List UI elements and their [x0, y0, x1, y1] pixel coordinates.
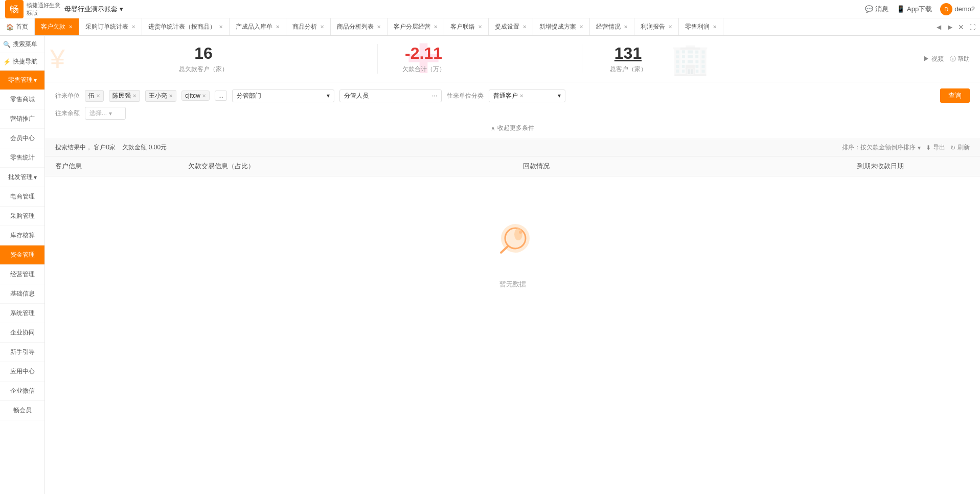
- app-download-button[interactable]: 📱 App下载: [897, 5, 932, 14]
- filter-tag-unit1[interactable]: 伍 ✕: [85, 90, 104, 102]
- person-filter-label: 分管人员: [344, 92, 369, 100]
- sidebar-item-business-mgmt-label: 经营管理: [10, 271, 35, 278]
- tab-retail-profit-close[interactable]: ✕: [713, 24, 717, 30]
- sidebar-item-member-app[interactable]: 畅会员: [0, 401, 44, 420]
- sort-chevron-icon: ▾: [918, 144, 921, 151]
- tab-purchase-order-close[interactable]: ✕: [131, 24, 135, 30]
- user-menu[interactable]: D demo2: [940, 3, 975, 15]
- filter-tag-unit2-close[interactable]: ✕: [132, 93, 136, 99]
- sidebar-item-marketing[interactable]: 营销推广: [0, 109, 44, 129]
- sidebar-item-retail-mgmt[interactable]: 零售管理 ▾: [0, 71, 44, 90]
- stat2-section: ✚ -2.11 欠款合计（万）: [321, 44, 526, 74]
- sort-label-text: 排序：按欠款金额倒序排序: [842, 143, 916, 152]
- person-filter[interactable]: 分管人员 ···: [339, 89, 442, 102]
- sidebar-item-basic-info[interactable]: 基础信息: [0, 284, 44, 304]
- filter-tag-unit4[interactable]: cjttcw ✕: [181, 91, 210, 101]
- help-link[interactable]: ⓘ 帮助: [950, 55, 970, 63]
- tab-inbound-stats-close[interactable]: ✕: [219, 24, 223, 30]
- collapse-button[interactable]: ∧ 收起更多条件: [491, 124, 534, 132]
- filter-tag-unit3[interactable]: 王小亮 ✕: [145, 90, 176, 102]
- tab-profit-report[interactable]: 利润报告 ✕: [634, 18, 679, 36]
- balance-filter-label: 往来余额: [55, 109, 80, 118]
- sidebar-item-app-center[interactable]: 应用中心: [0, 362, 44, 381]
- export-button[interactable]: ⬇ 导出: [926, 143, 945, 152]
- unit-type-tag-close[interactable]: ✕: [519, 93, 523, 99]
- tab-customer-tier[interactable]: 客户分层经营 ✕: [388, 18, 444, 36]
- dept-filter[interactable]: 分管部门 ▾: [232, 89, 334, 102]
- unit-type-tag[interactable]: 普通客户 ✕: [493, 92, 523, 100]
- tab-purchase-order[interactable]: 采购订单统计表 ✕: [79, 18, 142, 36]
- filter-tag-unit1-close[interactable]: ✕: [96, 93, 100, 99]
- dept-filter-label: 分管部门: [237, 92, 261, 100]
- tab-customer-debt[interactable]: 客户欠款 ✕: [35, 18, 79, 36]
- filter-tag-unit2[interactable]: 陈民强 ✕: [109, 90, 140, 102]
- sidebar-item-member-center[interactable]: 会员中心: [0, 129, 44, 148]
- sidebar-item-system-mgmt[interactable]: 系统管理: [0, 304, 44, 323]
- collapse-label: 收起更多条件: [497, 124, 534, 132]
- unit-type-select[interactable]: 普通客户 ✕ ▾: [489, 89, 565, 102]
- query-button[interactable]: 查询: [940, 88, 970, 103]
- sidebar-item-enterprise-collab[interactable]: 企业协同: [0, 323, 44, 343]
- tab-next-button[interactable]: ▶: [944, 21, 955, 33]
- tab-commission-settings-close[interactable]: ✕: [522, 24, 527, 30]
- sidebar-quick-nav[interactable]: ⚡ 快捷导航: [0, 53, 44, 71]
- refresh-button[interactable]: ↻ 刷新: [950, 143, 970, 152]
- tab-business-situation-close[interactable]: ✕: [624, 24, 628, 30]
- tab-product-inbound-close[interactable]: ✕: [276, 24, 280, 30]
- sidebar-item-retail-mall[interactable]: 零售商城: [0, 90, 44, 109]
- tab-customer-contact-close[interactable]: ✕: [478, 24, 482, 30]
- sidebar-item-business-mgmt[interactable]: 经营管理: [0, 265, 44, 284]
- table-col2-header: 欠款交易信息（占比）: [188, 162, 523, 171]
- balance-input[interactable]: 选择... ▾: [85, 107, 126, 120]
- tab-product-analysis-list[interactable]: 商品分析列表 ✕: [331, 18, 388, 36]
- sidebar-item-wholesale-mgmt[interactable]: 批发管理 ▾: [0, 168, 44, 187]
- stat3-number: 131: [614, 44, 642, 63]
- tab-inbound-stats[interactable]: 进货单统计表（按商品） ✕: [142, 18, 230, 36]
- tab-expand-button[interactable]: ⛶: [967, 21, 978, 33]
- filter-more-tags-button[interactable]: ...: [215, 91, 227, 101]
- tab-product-inbound[interactable]: 产成品入库单 ✕: [230, 18, 286, 36]
- tab-retail-profit[interactable]: 零售利润 ✕: [679, 18, 723, 36]
- tab-home[interactable]: 🏠 首页: [0, 18, 35, 36]
- tab-customer-tier-close[interactable]: ✕: [434, 24, 438, 30]
- download-icon: 📱: [897, 5, 905, 13]
- unit-type-filter-label: 往来单位分类: [447, 92, 484, 100]
- store-selector[interactable]: 母婴行业演示账套 ▾: [64, 5, 123, 14]
- sidebar-item-finance-mgmt[interactable]: 资金管理: [0, 245, 44, 265]
- sidebar-item-purchase-mgmt[interactable]: 采购管理: [0, 207, 44, 226]
- filter-tag-unit4-close[interactable]: ✕: [202, 93, 206, 99]
- content-area: ¥ 16 总欠款客户（家） ✚ -2.11 欠款合计（万） 🏢: [45, 36, 980, 494]
- sidebar: 🔍 搜索菜单 ⚡ 快捷导航 零售管理 ▾ 零售商城 营销推广 会员中心 零售统计…: [0, 36, 45, 494]
- sidebar-item-inventory[interactable]: 库存核算: [0, 226, 44, 245]
- message-label: 消息: [875, 5, 888, 14]
- tab-new-commission-plan[interactable]: 新增提成方案 ✕: [533, 18, 590, 36]
- tab-product-analysis-close[interactable]: ✕: [320, 24, 324, 30]
- filter-row-1: 往来单位 伍 ✕ 陈民强 ✕ 王小亮 ✕ cjttcw ✕ ...: [55, 88, 970, 103]
- sidebar-item-enterprise-wechat[interactable]: 企业微信: [0, 381, 44, 401]
- message-button[interactable]: 💬 消息: [865, 5, 888, 14]
- app-download-label: App下载: [907, 5, 932, 14]
- tab-customer-contact[interactable]: 客户联络 ✕: [444, 18, 489, 36]
- tab-customer-debt-close[interactable]: ✕: [69, 24, 73, 30]
- result-bar: 搜索结果中， 客户0家 欠款金额 0.00元 排序：按欠款金额倒序排序 ▾ ⬇ …: [45, 139, 980, 156]
- tab-close-all-button[interactable]: ✕: [955, 21, 967, 33]
- tab-profit-report-close[interactable]: ✕: [668, 24, 672, 30]
- sidebar-item-newbie-guide[interactable]: 新手引导: [0, 343, 44, 362]
- stat1-block: 16 总欠款客户（家）: [55, 44, 321, 74]
- video-link[interactable]: ▶ 视频: [923, 55, 943, 63]
- sort-selector[interactable]: 排序：按欠款金额倒序排序 ▾: [842, 143, 921, 152]
- data-table: 客户信息 欠款交易信息（占比） 回款情况 到期未收款日期 暂无数据: [45, 156, 980, 494]
- sidebar-item-ecommerce[interactable]: 电商管理: [0, 187, 44, 207]
- result-summary: 搜索结果中， 客户0家 欠款金额 0.00元: [55, 143, 167, 152]
- sidebar-search[interactable]: 🔍 搜索菜单: [0, 36, 44, 53]
- tab-product-analysis-list-close[interactable]: ✕: [377, 24, 381, 30]
- svg-point-4: [519, 231, 522, 234]
- tab-product-analysis[interactable]: 商品分析 ✕: [286, 18, 331, 36]
- tab-business-situation[interactable]: 经营情况 ✕: [590, 18, 634, 36]
- sidebar-item-retail-stats[interactable]: 零售统计: [0, 148, 44, 168]
- filter-tag-unit3-close[interactable]: ✕: [169, 93, 173, 99]
- tab-commission-settings[interactable]: 提成设置 ✕: [489, 18, 533, 36]
- tab-new-commission-plan-close[interactable]: ✕: [579, 24, 583, 30]
- tab-prev-button[interactable]: ◀: [933, 21, 944, 33]
- tab-purchase-order-label: 采购订单统计表: [85, 23, 128, 31]
